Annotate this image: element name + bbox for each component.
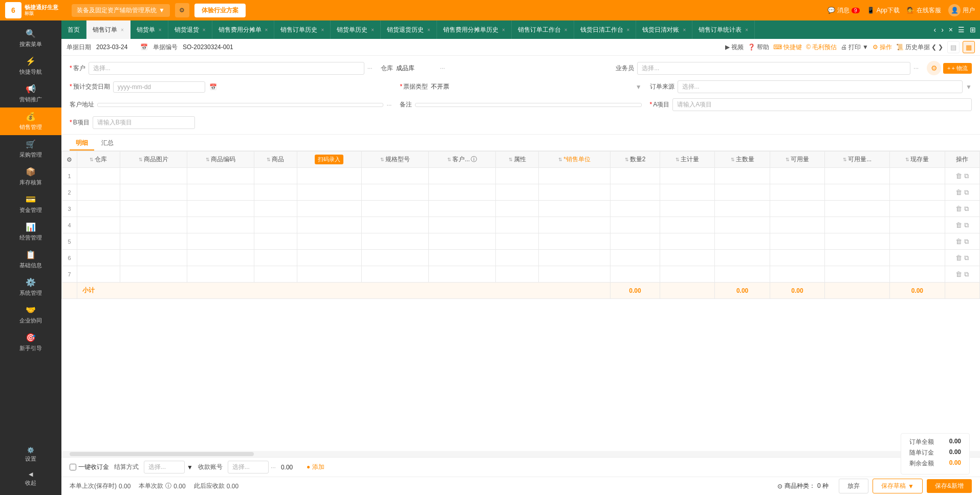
print-btn[interactable]: 🖨 打印 ▼ [841,43,868,52]
a-project-input[interactable]: 请输入A项目 [672,98,972,111]
tab-order-stats[interactable]: 销售订单统计表 × [692,20,755,39]
nav-close-btn[interactable]: × [947,25,955,35]
sidebar-item-search[interactable]: 🔍 搜索菜单 [0,25,61,52]
tab-return-history[interactable]: 销货退货历史 × [381,20,437,39]
copy-row-icon[interactable]: ⧉ [964,270,969,278]
account-more-icon[interactable]: ··· [271,464,276,471]
tab-summary[interactable]: 汇总 [95,137,120,150]
address-more-icon[interactable]: ··· [386,101,391,109]
col-settings-header[interactable]: ⚙ [62,152,77,168]
delete-row-icon[interactable]: 🗑 [955,221,962,229]
delivery-calendar-icon[interactable]: 📅 [209,83,217,91]
solution-button[interactable]: 体验行业方案 [194,4,246,17]
delete-row-icon[interactable]: 🗑 [955,270,962,278]
app-download-link[interactable]: 📱 App下载 [867,6,900,15]
nav-next-arrow[interactable]: › [939,25,946,35]
sidebar-item-purchase[interactable]: 🛒 采购管理 [0,135,61,163]
user-menu[interactable]: 👤 用户 [948,4,975,16]
delete-row-icon[interactable]: 🗑 [955,205,962,212]
staff-more-icon[interactable]: ··· [913,64,919,72]
delivery-input[interactable]: yyyy-mm-dd [113,81,205,93]
save-draft-button[interactable]: 保存草稿 ▼ [873,479,923,493]
save-new-button[interactable]: 保存&新增 [927,479,972,493]
tab-cash-workbench[interactable]: 钱货日清工作台 × [574,20,637,39]
sidebar-item-guide[interactable]: 🎯 新手引导 [0,329,61,356]
delete-row-icon[interactable]: 🗑 [955,188,962,196]
sidebar-item-basicinfo[interactable]: 📋 基础信息 [0,246,61,273]
profit-btn[interactable]: © 毛利预估 [806,43,837,52]
table-view-icon[interactable]: ▦ [963,41,975,53]
messages-icon[interactable]: 💬 消息 9 [827,6,860,15]
discard-button[interactable]: 放弃 [839,479,868,493]
settings-gear-icon[interactable]: ⚙ [175,3,189,17]
warehouse-more-icon[interactable]: ··· [440,64,445,72]
sidebar-item-collab[interactable]: 🤝 企业协同 [0,301,61,329]
tab-close-icon[interactable]: × [683,27,686,33]
tab-close-icon[interactable]: × [371,27,374,33]
grid-view-icon[interactable]: ▤ [947,41,960,53]
staff-input[interactable]: 选择... [637,62,910,75]
customer-input[interactable]: 选择... [89,62,364,75]
tab-sales-goods[interactable]: 销货单 × [130,20,168,39]
add-goods-button[interactable]: + + 物流 [943,63,972,74]
tab-goods-history[interactable]: 销货单历史 × [331,20,381,39]
address-input[interactable] [97,103,383,107]
payment-method-input[interactable]: 选择... [144,461,185,474]
tab-cash-reconcile[interactable]: 钱货日清对账 × [636,20,692,39]
sidebar-item-operations[interactable]: 📊 经营管理 [0,218,61,246]
tab-return[interactable]: 销货退货 × [168,20,212,39]
tab-close-icon[interactable]: × [502,27,505,33]
quickpay-checkbox-label[interactable]: 一键收订金 [70,463,109,471]
copy-row-icon[interactable]: ⧉ [964,205,969,213]
tab-close-icon[interactable]: × [745,27,748,33]
customer-more-icon[interactable]: ··· [367,64,373,72]
copy-row-icon[interactable]: ⧉ [964,172,969,180]
delete-row-icon[interactable]: 🗑 [955,172,962,180]
nav-menu-btn[interactable]: ☰ [956,25,967,35]
order-source-input[interactable]: 选择... [678,80,963,93]
account-input[interactable]: 选择... [228,461,269,474]
tab-close-icon[interactable]: × [627,27,630,33]
sidebar-item-system[interactable]: ⚙️ 系统管理 [0,273,61,301]
tab-order-history[interactable]: 销售订单历史 × [274,20,331,39]
order-source-dropdown-icon[interactable]: ▼ [966,83,972,91]
tab-order-workbench[interactable]: 销售订单工作台 × [512,20,574,39]
delete-row-icon[interactable]: 🗑 [955,254,962,262]
view-btn[interactable]: ▶ 视频 [725,43,744,52]
tab-close-icon[interactable]: × [427,27,430,33]
online-service-link[interactable]: 💁 在线客服 [907,6,941,15]
horizontal-scrollbar[interactable] [70,452,254,456]
copy-row-icon[interactable]: ⧉ [964,254,969,262]
note-input[interactable] [415,103,641,107]
sidebar-item-quicknav[interactable]: ⚡ 快捷导航 [0,52,61,80]
sidebar-settings[interactable]: ⚙️ 设置 [0,444,61,466]
form-settings-icon[interactable]: ⚙ [927,61,941,75]
tab-home[interactable]: 首页 [61,20,86,39]
b-project-input[interactable]: 请输入B项目 [93,116,195,129]
system-title[interactable]: 装备及固定资产辅助管理系统 ▼ [72,4,170,17]
tab-expense[interactable]: 销售费用分摊单 × [212,20,275,39]
sidebar-item-marketing[interactable]: 📢 营销推广 [0,80,61,107]
sidebar-item-inventory[interactable]: 📦 库存核算 [0,163,61,190]
copy-row-icon[interactable]: ⧉ [964,238,969,246]
delete-row-icon[interactable]: 🗑 [955,238,962,245]
tab-close-icon[interactable]: × [564,27,568,33]
shortcut-btn[interactable]: ⌨ 快捷键 [773,43,802,52]
calendar-icon[interactable]: 📅 [140,44,148,51]
help-btn[interactable]: ❓ 帮助 [748,43,769,52]
quickpay-checkbox[interactable] [70,464,76,470]
tab-close-icon[interactable]: × [321,27,324,33]
sidebar-item-sales[interactable]: 💰 销售管理 [0,107,61,135]
tab-expense-history[interactable]: 销售费用分摊单历史 × [437,20,512,39]
tab-close-icon[interactable]: × [203,27,206,33]
operate-btn[interactable]: ⚙ 操作 [873,43,892,52]
tab-sales-order[interactable]: 销售订单 × [86,20,130,39]
invoice-dropdown-icon[interactable]: ▼ [636,83,642,91]
sidebar-collapse[interactable]: ◀ 收起 [0,468,61,490]
tab-close-icon[interactable]: × [121,27,124,33]
tab-close-icon[interactable]: × [265,27,268,33]
sidebar-item-finance[interactable]: 💳 资金管理 [0,190,61,218]
copy-row-icon[interactable]: ⧉ [964,221,969,229]
add-payment-button[interactable]: ● 添加 [307,463,324,471]
nav-prev-arrow[interactable]: ‹ [931,25,938,35]
